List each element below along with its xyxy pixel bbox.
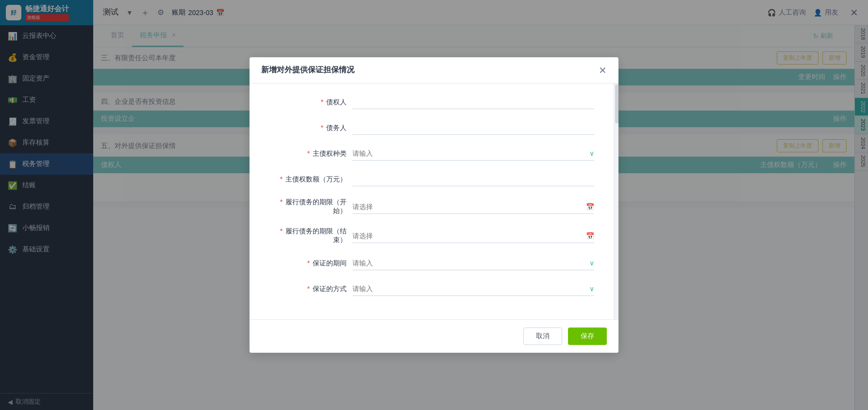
- modal-close-button[interactable]: ✕: [599, 66, 607, 75]
- required-star: *: [307, 259, 310, 267]
- form-row-debtor: * 债务人: [269, 121, 594, 135]
- modal-scrollbar-thumb: [615, 84, 618, 123]
- creditor-input[interactable]: [352, 95, 594, 109]
- debt-amount-input[interactable]: [352, 172, 594, 186]
- period-end-date-wrapper: 📅: [352, 229, 594, 243]
- period-end-input[interactable]: [352, 229, 594, 243]
- modal-title: 新增对外提供保证担保情况: [261, 65, 354, 75]
- debt-type-input[interactable]: [352, 147, 594, 160]
- guarantee-method-chevron-icon[interactable]: ∨: [589, 285, 594, 293]
- modal-header: 新增对外提供保证担保情况 ✕: [250, 57, 618, 83]
- debt-type-chevron-icon[interactable]: ∨: [589, 149, 594, 157]
- form-row-guarantee-method: * 保证的方式 ∨: [269, 282, 594, 296]
- form-row-debt-type: * 主债权种类 ∨: [269, 147, 594, 161]
- guarantee-method-label: * 保证的方式: [269, 285, 347, 294]
- guarantee-period-select-wrapper: ∨: [352, 256, 594, 270]
- required-star: *: [321, 124, 323, 131]
- form-row-creditor: * 债权人: [269, 95, 594, 109]
- modal-footer: 取消 保存: [250, 319, 618, 353]
- calendar-start-icon[interactable]: 📅: [586, 203, 594, 211]
- modal-body-with-scroll: * 债权人 * 债务人 * 主债权种: [250, 83, 618, 319]
- calendar-end-icon[interactable]: 📅: [586, 232, 594, 240]
- period-start-input[interactable]: [352, 200, 594, 213]
- guarantee-method-input[interactable]: [352, 282, 594, 295]
- required-star: *: [280, 227, 283, 235]
- cancel-button[interactable]: 取消: [523, 328, 562, 345]
- debt-amount-label: * 主债权数额（万元）: [269, 175, 347, 184]
- form-row-period-end: * 履行债务的期限（结束） 📅: [269, 227, 594, 245]
- guarantee-method-select-wrapper: ∨: [352, 282, 594, 296]
- required-star: *: [280, 175, 283, 183]
- debt-type-select-wrapper: ∨: [352, 147, 594, 161]
- period-end-label: * 履行债务的期限（结束）: [269, 227, 347, 245]
- save-button[interactable]: 保存: [568, 328, 607, 345]
- form-row-period-start: * 履行债务的期限（开始） 📅: [269, 198, 594, 215]
- required-star: *: [280, 198, 283, 206]
- modal-overlay: 新增对外提供保证担保情况 ✕ * 债权人 * 债务人: [0, 0, 868, 410]
- guarantee-period-input[interactable]: [352, 256, 594, 270]
- form-row-guarantee-period: * 保证的期间 ∨: [269, 256, 594, 270]
- debt-type-label: * 主债权种类: [269, 149, 347, 158]
- modal-body: * 债权人 * 债务人 * 主债权种: [250, 83, 614, 319]
- modal-dialog: 新增对外提供保证担保情况 ✕ * 债权人 * 债务人: [250, 57, 618, 353]
- guarantee-period-label: * 保证的期间: [269, 259, 347, 268]
- debtor-label: * 债务人: [269, 124, 347, 132]
- modal-scrollbar[interactable]: [614, 83, 618, 319]
- required-star: *: [307, 285, 310, 293]
- creditor-label: * 债权人: [269, 98, 347, 107]
- required-star: *: [307, 149, 310, 157]
- required-star: *: [321, 98, 323, 106]
- guarantee-period-chevron-icon[interactable]: ∨: [589, 259, 594, 267]
- period-start-date-wrapper: 📅: [352, 200, 594, 214]
- debtor-input[interactable]: [352, 121, 594, 135]
- period-start-label: * 履行债务的期限（开始）: [269, 198, 347, 215]
- form-row-debt-amount: * 主债权数额（万元）: [269, 172, 594, 186]
